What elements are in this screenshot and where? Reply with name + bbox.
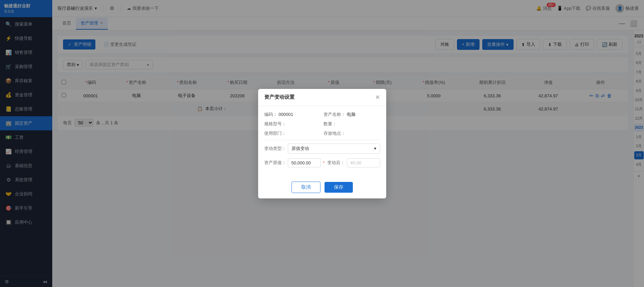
modal-asset-name-label: 资产名称： <box>324 111 345 118</box>
after-value-input[interactable]: ¥0.00 <box>347 158 380 167</box>
after-label: 变动后： <box>327 160 345 166</box>
change-type-row: 变动类型： 原值变动 ▾ <box>264 144 380 154</box>
modal-close-btn[interactable]: ✕ <box>375 94 380 101</box>
modal-spec-label: 规格型号： <box>264 121 286 127</box>
change-type-label: 变动类型： <box>264 146 288 152</box>
modal-divider <box>264 140 380 140</box>
modal-spec-field: 规格型号： <box>264 121 321 127</box>
change-type-select[interactable]: 原值变动 ▾ <box>288 144 380 154</box>
modal-overlay: 资产变动设置 ✕ 编码： 000001 资产名称： 电脑 规格型号： <box>0 0 644 287</box>
original-value-field: 50,000.00 * 变动后： ¥0.00 <box>288 158 380 167</box>
required-marker: * <box>323 160 325 165</box>
original-value-label: 资产原值： <box>264 160 288 166</box>
modal-info-row3: 使用部门： 存放地点： <box>264 130 380 136</box>
modal-asset-name-value: 电脑 <box>347 111 356 118</box>
modal-asset-name-field: 资产名称： 电脑 <box>324 111 380 118</box>
modal-title: 资产变动设置 <box>264 94 295 100</box>
original-value-display: 50,000.00 <box>292 160 311 165</box>
modal-body: 编码： 000001 资产名称： 电脑 规格型号： 数量： <box>258 106 386 178</box>
modal-quantity-label: 数量： <box>324 121 337 127</box>
modal-info-row1: 编码： 000001 资产名称： 电脑 <box>264 111 380 118</box>
modal-code-value: 000001 <box>279 112 293 117</box>
modal-header: 资产变动设置 ✕ <box>258 89 386 106</box>
modal-code-label: 编码： <box>264 111 277 118</box>
change-type-field: 原值变动 ▾ <box>288 144 380 154</box>
cancel-button[interactable]: 取消 <box>292 182 320 193</box>
change-type-chevron: ▾ <box>374 146 376 151</box>
save-button[interactable]: 保存 <box>325 182 353 193</box>
original-value-input: 50,000.00 <box>288 158 321 167</box>
modal-department-label: 使用部门： <box>264 130 286 136</box>
modal-footer: 取消 保存 <box>258 178 386 198</box>
modal-department-field: 使用部门： <box>264 130 321 136</box>
asset-change-modal: 资产变动设置 ✕ 编码： 000001 资产名称： 电脑 规格型号： <box>258 89 386 198</box>
original-value-row: 资产原值： 50,000.00 * 变动后： ¥0.00 <box>264 158 380 167</box>
modal-location-field: 存放地点： <box>324 130 380 136</box>
modal-code-field: 编码： 000001 <box>264 111 321 118</box>
after-placeholder: ¥0.00 <box>350 160 362 165</box>
modal-location-label: 存放地点： <box>324 130 345 136</box>
modal-quantity-field: 数量： <box>324 121 380 127</box>
change-type-value: 原值变动 <box>292 146 309 152</box>
modal-info-row2: 规格型号： 数量： <box>264 121 380 127</box>
